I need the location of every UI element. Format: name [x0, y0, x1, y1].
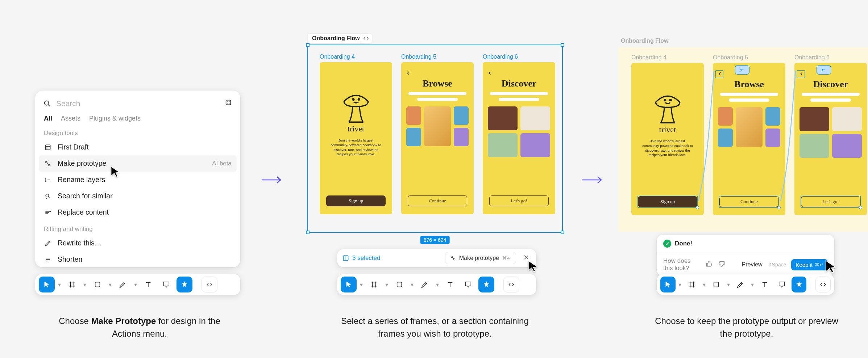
brand-logo: trivet	[631, 88, 704, 134]
actions-tool[interactable]	[176, 277, 192, 292]
interaction-badge[interactable]	[735, 65, 749, 75]
frame-title: Onboarding 4	[320, 54, 392, 60]
toolbar: ▾ ▾ ▾ ▾	[657, 274, 834, 295]
tab-plugins[interactable]: Plugins & widgets	[89, 115, 141, 122]
caret-icon[interactable]: ▾	[359, 281, 364, 288]
thumbs-down-icon[interactable]	[718, 260, 725, 269]
tagline: Join the world's largest community-power…	[641, 139, 694, 157]
letsgo-button[interactable]: Let's go!	[489, 195, 549, 206]
menu-shorten[interactable]: Shorten	[39, 251, 237, 265]
devmode-icon[interactable]	[360, 33, 372, 43]
tab-all[interactable]: All	[44, 115, 52, 122]
back-icon[interactable]	[406, 70, 411, 77]
frame-tool[interactable]	[685, 277, 700, 292]
food-image	[800, 107, 829, 131]
menu-make-prototype[interactable]: Make prototype AI beta	[39, 155, 237, 172]
comment-tool[interactable]	[460, 277, 476, 292]
move-tool[interactable]	[660, 277, 676, 292]
devmode-tool[interactable]	[815, 277, 831, 292]
continue-button[interactable]: Continue	[719, 196, 779, 207]
frame-tool[interactable]	[366, 277, 382, 292]
shape-tool[interactable]	[90, 277, 105, 292]
caret-icon[interactable]: ▾	[726, 281, 731, 288]
brand-name: trivet	[631, 125, 704, 134]
svg-point-5	[46, 194, 49, 197]
brand-logo: trivet	[320, 88, 392, 134]
caret-icon[interactable]: ▾	[678, 281, 682, 288]
caret-icon[interactable]: ▾	[435, 281, 440, 288]
move-tool[interactable]	[39, 277, 55, 292]
svg-point-6	[353, 99, 354, 100]
replace-icon	[44, 209, 52, 216]
preview-button[interactable]: Preview	[742, 261, 763, 268]
pen-tool[interactable]	[733, 277, 748, 292]
frame-title: Onboarding 5	[401, 54, 474, 60]
move-tool[interactable]	[341, 277, 357, 292]
caret-icon[interactable]: ▾	[108, 281, 113, 288]
text-tool[interactable]	[140, 277, 156, 292]
caret-icon[interactable]: ▾	[384, 281, 389, 288]
signup-button[interactable]: Sign up	[638, 196, 697, 207]
expand-icon[interactable]	[224, 98, 232, 108]
frame-tool[interactable]	[64, 277, 80, 292]
pen-tool[interactable]	[115, 277, 131, 292]
frame-onboarding-4[interactable]: Onboarding 4 trivet Join the world's lar…	[631, 54, 704, 215]
selected-count[interactable]: 3 selected	[342, 254, 381, 262]
frame-title: Onboarding 4	[631, 54, 704, 61]
letsgo-button[interactable]: Let's go!	[801, 196, 860, 207]
caret-icon[interactable]: ▾	[133, 281, 138, 288]
shape-tool[interactable]	[391, 277, 407, 292]
caret-icon[interactable]: ▾	[750, 281, 755, 288]
flow-label[interactable]: Onboarding Flow	[307, 33, 365, 43]
cursor-icon	[526, 259, 538, 271]
actions-tool[interactable]	[478, 277, 494, 292]
menu-rename-layers[interactable]: Rename layers	[39, 172, 237, 188]
flow-label[interactable]: Onboarding Flow	[621, 36, 669, 46]
interaction-badge[interactable]	[817, 65, 831, 75]
search-input[interactable]	[55, 99, 220, 108]
feedback-question: How does this look?	[663, 257, 701, 272]
toolbar: ▾ ▾ ▾ ▾	[35, 274, 240, 295]
caret-icon[interactable]: ▾	[82, 281, 87, 288]
thumbs-up-icon[interactable]	[706, 260, 713, 269]
svg-point-7	[358, 99, 360, 100]
shorten-icon	[44, 256, 52, 264]
frame-onboarding-5[interactable]: Onboarding 5 Browse Continue	[713, 54, 785, 215]
comment-tool[interactable]	[158, 277, 174, 292]
make-prototype-button[interactable]: Make prototype ⌘↵	[445, 252, 516, 264]
menu-first-draft[interactable]: First Draft	[39, 139, 237, 155]
svg-point-3	[46, 161, 47, 163]
step-arrow-icon	[261, 175, 283, 186]
menu-rewrite[interactable]: Rewrite this…	[39, 235, 237, 251]
selection-action-bar: 3 selected Make prototype ⌘↵	[337, 249, 536, 267]
shape-tool[interactable]	[709, 277, 724, 292]
frame-onboarding-5[interactable]: Onboarding 5 Browse Continue	[401, 54, 474, 214]
menu-label: Replace content	[58, 208, 109, 216]
back-icon[interactable]	[799, 71, 805, 78]
toolbar: ▾ ▾ ▾ ▾	[337, 274, 536, 295]
continue-button[interactable]: Continue	[408, 195, 467, 206]
back-icon[interactable]	[717, 71, 723, 78]
signup-button[interactable]: Sign up	[326, 195, 386, 206]
frame-onboarding-6[interactable]: Onboarding 6 Discover Let's go!	[483, 54, 555, 214]
caret-icon[interactable]: ▾	[410, 281, 415, 288]
actions-tool[interactable]	[792, 277, 807, 292]
devmode-tool[interactable]	[202, 277, 217, 292]
frame-onboarding-6[interactable]: Onboarding 6 Discover Let's go!	[794, 54, 867, 215]
menu-label: Rewrite this…	[58, 239, 101, 247]
text-tool[interactable]	[442, 277, 458, 292]
frame-onboarding-4[interactable]: Onboarding 4 trivet Join the world's lar…	[320, 54, 392, 214]
text-tool[interactable]	[757, 277, 772, 292]
pen-tool[interactable]	[417, 277, 433, 292]
caret-icon[interactable]: ▾	[57, 281, 62, 288]
menu-replace-content[interactable]: Replace content	[39, 204, 237, 220]
caret-icon[interactable]: ▾	[702, 281, 706, 288]
back-icon[interactable]	[487, 70, 493, 77]
keep-button[interactable]: Keep it ⌘↵	[791, 259, 828, 270]
menu-search-similar[interactable]: Search for similar	[39, 188, 237, 204]
comment-tool[interactable]	[774, 277, 789, 292]
tab-assets[interactable]: Assets	[61, 115, 80, 122]
devmode-tool[interactable]	[503, 277, 519, 292]
actions-panel: All Assets Plugins & widgets Design tool…	[35, 90, 240, 267]
svg-point-9	[451, 256, 452, 257]
